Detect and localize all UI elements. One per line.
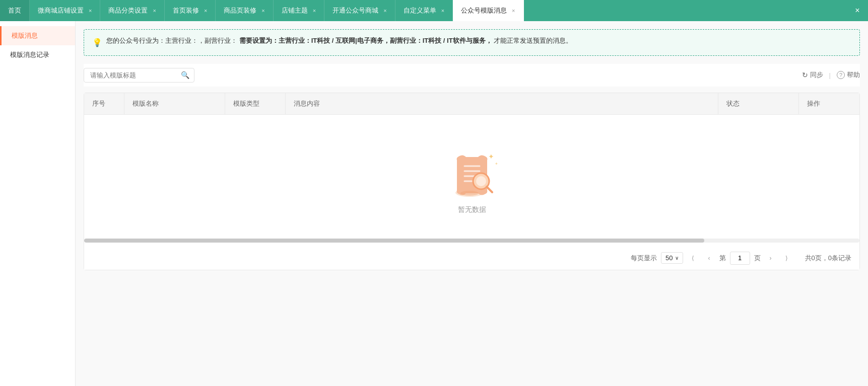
tab-product-decor-close[interactable]: ×: [261, 8, 264, 14]
chevron-down-icon: ∨: [675, 255, 679, 261]
tab-product-category[interactable]: 商品分类设置 ×: [100, 0, 164, 21]
empty-illustration: ✦ ✦: [442, 145, 502, 205]
sidebar-item-template-msg-record[interactable]: 模版消息记录: [0, 45, 75, 64]
notice-text: 您的公众号行业为：主营行业：，副营行业： 需要设置为：主营行业：IT科技 / 互…: [106, 36, 572, 46]
tab-template-msg[interactable]: 公众号模版消息 ×: [453, 0, 523, 21]
sidebar-item-template-msg-label: 模版消息: [12, 32, 38, 39]
search-input[interactable]: [84, 68, 194, 83]
sidebar: 模版消息 模版消息记录: [0, 21, 76, 386]
help-label: 帮助: [847, 70, 860, 80]
empty-text: 暂无数据: [458, 205, 486, 214]
help-button[interactable]: ? 帮助: [837, 70, 860, 80]
col-header-type: 模版类型: [225, 93, 286, 114]
tab-product-decor[interactable]: 商品页装修 ×: [216, 0, 273, 21]
search-input-wrap: 🔍: [84, 68, 194, 83]
sync-label: 同步: [810, 70, 823, 80]
per-page-select[interactable]: 50 ∨: [661, 252, 683, 264]
per-page-label: 每页显示: [631, 254, 657, 263]
total-info: 共0页，0条记录: [805, 254, 851, 263]
notice-icon: 💡: [92, 36, 102, 49]
table-container: 序号 模版名称 模版类型 消息内容 状态 操作: [84, 93, 860, 270]
notice-suffix: 才能正常发送预置的消息。: [494, 37, 572, 44]
pagination: 每页显示 50 ∨ ⟨ ‹ 第 页 › ⟩ 共0页，0条记录: [84, 247, 859, 270]
tab-bar: 首页 微商城店铺设置 × 商品分类设置 × 首页装修 × 商品页装修 × 店铺主…: [0, 0, 868, 21]
tab-shop-theme[interactable]: 店铺主题 ×: [274, 0, 324, 21]
global-close-button[interactable]: ×: [847, 0, 868, 21]
notice-prefix: 您的公众号行业为：主营行业：，副营行业：: [106, 37, 237, 44]
tab-homepage-decor[interactable]: 首页装修 ×: [165, 0, 216, 21]
tab-home-label: 首页: [8, 6, 21, 15]
empty-state: ✦ ✦ 暂无数据: [84, 115, 859, 235]
page-input[interactable]: [730, 252, 750, 265]
per-page-value: 50: [665, 254, 673, 262]
sync-button[interactable]: ↻ 同步: [802, 70, 823, 80]
main-layout: 模版消息 模版消息记录 💡 您的公众号行业为：主营行业：，副营行业： 需要设置为…: [0, 21, 868, 386]
svg-point-10: [460, 191, 479, 196]
col-header-action: 操作: [799, 93, 859, 114]
col-header-status: 状态: [718, 93, 799, 114]
sync-icon: ↻: [802, 71, 808, 79]
svg-text:✦: ✦: [495, 162, 498, 166]
search-left: 🔍: [84, 68, 194, 83]
tab-open-mall-close[interactable]: ×: [383, 8, 386, 14]
tab-product-category-label: 商品分类设置: [108, 6, 148, 15]
tab-shop-theme-close[interactable]: ×: [313, 8, 316, 14]
svg-line-7: [487, 187, 492, 192]
col-header-name: 模版名称: [124, 93, 225, 114]
tab-product-decor-label: 商品页装修: [224, 6, 256, 15]
tab-open-mall-label: 开通公众号商城: [332, 6, 378, 15]
notice-box: 💡 您的公众号行业为：主营行业：，副营行业： 需要设置为：主营行业：IT科技 /…: [84, 29, 860, 56]
notice-highlight: 需要设置为：主营行业：IT科技 / 互联网|电子商务，副营行业：IT科技 / I…: [239, 37, 492, 44]
tab-shop-settings-label: 微商城店铺设置: [38, 6, 84, 15]
sidebar-item-template-msg-record-label: 模版消息记录: [10, 51, 49, 58]
tab-shop-settings-close[interactable]: ×: [89, 8, 92, 14]
svg-point-6: [476, 176, 486, 186]
search-icon[interactable]: 🔍: [181, 71, 189, 79]
tab-custom-menu-close[interactable]: ×: [441, 8, 444, 14]
first-page-button[interactable]: ⟨: [687, 252, 699, 264]
page-suffix: 页: [754, 254, 761, 263]
tab-product-category-close[interactable]: ×: [153, 8, 156, 14]
scrollbar-thumb: [84, 239, 704, 243]
tab-open-mall[interactable]: 开通公众号商城 ×: [324, 0, 395, 21]
search-right: ↻ 同步 | ? 帮助: [802, 70, 860, 80]
search-bar: 🔍 ↻ 同步 | ? 帮助: [84, 64, 860, 87]
col-header-content: 消息内容: [286, 93, 718, 114]
tab-template-msg-close[interactable]: ×: [512, 8, 515, 14]
page-prefix: 第: [719, 254, 726, 263]
table-header: 序号 模版名称 模版类型 消息内容 状态 操作: [84, 93, 859, 115]
separator: |: [829, 71, 831, 79]
tab-homepage-decor-close[interactable]: ×: [204, 8, 207, 14]
tab-shop-theme-label: 店铺主题: [282, 6, 308, 15]
tab-homepage-decor-label: 首页装修: [173, 6, 199, 15]
prev-page-button[interactable]: ‹: [703, 252, 715, 264]
tab-custom-menu-label: 自定义菜单: [404, 6, 436, 15]
content-area: 💡 您的公众号行业为：主营行业：，副营行业： 需要设置为：主营行业：IT科技 /…: [76, 21, 868, 386]
tab-template-msg-label: 公众号模版消息: [461, 6, 507, 15]
table-scrollbar[interactable]: [84, 239, 859, 243]
tab-shop-settings[interactable]: 微商城店铺设置 ×: [30, 0, 100, 21]
col-header-index: 序号: [84, 93, 124, 114]
svg-text:✦: ✦: [488, 152, 494, 161]
sidebar-item-template-msg[interactable]: 模版消息: [0, 26, 75, 45]
last-page-button[interactable]: ⟩: [781, 252, 793, 264]
help-icon: ?: [837, 71, 845, 79]
next-page-button[interactable]: ›: [765, 252, 777, 264]
tab-custom-menu[interactable]: 自定义菜单 ×: [395, 0, 453, 21]
tab-home[interactable]: 首页: [0, 0, 30, 21]
